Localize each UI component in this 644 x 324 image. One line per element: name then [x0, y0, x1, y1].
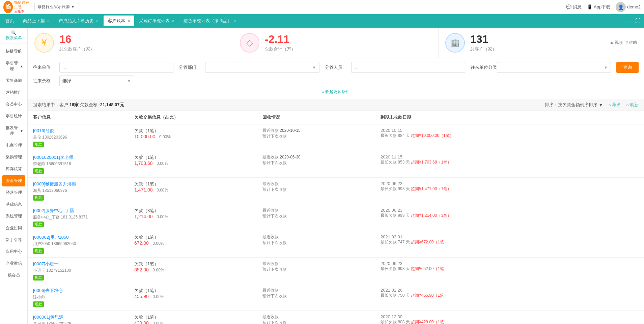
stat-icon-money: ¥ [34, 33, 54, 53]
customer-contact: 李老师 18600391516 [33, 161, 134, 167]
search-button[interactable]: 查询 [616, 62, 639, 73]
debt-pct: 0.00% [152, 321, 164, 324]
sidebar-item-guide[interactable]: 新手引导 [2, 234, 25, 245]
customer-name-link[interactable]: [0001020001]李老师 [33, 154, 134, 160]
sidebar-item-retail-stats[interactable]: 零售统计 [2, 111, 25, 122]
sidebar-item-member-center[interactable]: 会员中心 [2, 99, 25, 110]
sidebar-item-retail-mall[interactable]: 零售商城 [2, 75, 25, 86]
sidebar-item-marketing[interactable]: 营销推广 [2, 87, 25, 98]
customer-name-link[interactable]: [0002]服务中心_丁磊 [33, 208, 134, 214]
maximize-btn[interactable]: ⛶ [633, 17, 643, 25]
debt-pct: 0.00% [152, 294, 164, 299]
tab-stock-stats[interactable]: 进货单统计表（按商品） ✕ [179, 16, 241, 26]
tab-product-listing[interactable]: 商品上下架 ✕ [19, 16, 54, 26]
video-btn[interactable]: ▶ 视频 [611, 40, 623, 46]
sidebar-item-finance[interactable]: 资金管理 [2, 175, 25, 186]
sidebar-item-purchase[interactable]: 采购管理 [2, 152, 25, 163]
due-date: 2020.12.30 [381, 314, 639, 319]
tab-close-icon[interactable]: ✕ [47, 19, 50, 23]
filter-select-balance[interactable]: 选择... ▼ [59, 76, 134, 86]
tab-customer-ledger[interactable]: 客户账本 ✕ [104, 16, 134, 26]
sidebar-item-inventory[interactable]: 库存核算 [2, 164, 25, 175]
table-container: 客户信息 欠款交易信息（占比） 回收情况 到期未收款日期 [0016]吕俊 吕俊… [28, 111, 644, 324]
filter-input-unit[interactable]: ... [59, 62, 173, 73]
export-button[interactable]: ○ 导出 [608, 102, 621, 108]
overdue-link[interactable]: 超期¥652.00（1笔） [411, 266, 448, 271]
message-btn[interactable]: 💬 消息 [566, 4, 582, 10]
overdue-link[interactable]: 超期¥1,471.00（1笔） [411, 186, 451, 191]
tab-purchase-stats[interactable]: 采购订单统计表 ✕ [135, 16, 179, 26]
sidebar-item-wholesale-mgmt[interactable]: 批发管理 ▼ [2, 122, 25, 139]
sidebar-item-quick-nav[interactable]: 快捷导航 [2, 46, 25, 57]
sort-arrow-icon: ▼ [598, 102, 603, 108]
tab-close-icon[interactable]: ✕ [172, 19, 175, 23]
tab-home[interactable]: 首页 [1, 16, 18, 26]
overdue-link[interactable]: 超期¥455.90（1笔） [411, 293, 448, 298]
sidebar-item-wechat[interactable]: 企业微信 [2, 258, 25, 269]
sidebar-item-app-center[interactable]: 应用中心 [2, 246, 25, 257]
customer-info-cell: [000002]用户2050 用户2050 18665062050 现款 [33, 234, 134, 254]
overdue-link[interactable]: 超期¥672.00（1笔） [411, 240, 448, 244]
collection-cell: 最近收款 2020-06-30 预计下次收款 [262, 154, 381, 166]
col-header-debt: 欠款交易信息（占比） [134, 114, 262, 120]
app-download-btn[interactable]: 📱 App下载 [587, 4, 610, 10]
customer-name-link[interactable]: [000001]黄思源 [33, 314, 134, 320]
sidebar-item-business[interactable]: 经营管理 [2, 187, 25, 198]
overdue-link[interactable]: 超期¥10,000.00（1笔） [411, 133, 454, 138]
tab-close-icon[interactable]: ✕ [127, 19, 130, 23]
result-info: 搜索结果中，客户 16家 欠款金额 -21,148.07元 [33, 102, 124, 108]
collection-cell: 最近收款 预计下次收款 [262, 261, 381, 272]
customer-name-link[interactable]: [0007]小进干 [33, 261, 134, 267]
customer-name-link[interactable]: [0003]畅捷服务尹海燕 [33, 181, 134, 187]
sidebar-item-ecommerce[interactable]: 电商管理 [2, 140, 25, 151]
sort-button[interactable]: 排序：按欠款金额倒序排序 ▼ [545, 102, 603, 108]
collection-cell: 最近收款 预计下次收款 [262, 314, 381, 324]
sidebar-item-system[interactable]: 系统管理 [2, 211, 25, 222]
tab-product-history[interactable]: 产成品入库单历史 ✕ [55, 16, 103, 26]
overdue-link[interactable]: 超期¥1,703.68（1笔） [411, 160, 451, 165]
due-date-cell: 2021.02.26 最长欠款 750 天 超期¥455.90（1笔） [381, 288, 639, 298]
filter-input-person[interactable]: ... [351, 62, 465, 73]
minimize-btn[interactable]: — [622, 17, 632, 25]
debt-pct: 0.00% [152, 241, 164, 246]
payment-tag: 现款 [33, 301, 44, 307]
sidebar-item-enterprise[interactable]: 企业协同 [2, 223, 25, 234]
next-payment: 预计下次收款 [262, 187, 381, 193]
overdue-link[interactable]: 超期¥1,214.00（3笔） [411, 213, 451, 218]
sidebar-item-retail-mgmt[interactable]: 零售管理 ▲ [2, 58, 25, 75]
customer-name-link[interactable]: [0016]吕俊 [33, 128, 134, 134]
overdue-link[interactable]: 超期¥429.00（1笔） [411, 320, 448, 324]
debt-count: 欠款（1笔） [134, 154, 262, 160]
sidebar-item-member[interactable]: 畅会员 [2, 270, 25, 281]
filter-item-unit: 往来单位 ... [33, 62, 173, 73]
payment-tag: 现款 [33, 168, 44, 174]
table-row: [0002]服务中心_丁磊 服务中心_丁磊 181 0125 8371 现款 欠… [28, 204, 644, 231]
customer-contact: 陈小帅 [33, 294, 134, 300]
filter-item-person: 分管人员 ... [325, 62, 465, 73]
filter-area: 往来单位 ... 分管部门 ▼ 分管人员 [28, 58, 644, 99]
collection-cell: 最近收款 预计下次收款 [262, 181, 381, 193]
refresh-button[interactable]: ○ 刷新 [626, 102, 639, 108]
sidebar-item-basic-info[interactable]: 基础信息 [2, 199, 25, 210]
customer-contact: 用户2050 18665062050 [33, 241, 134, 247]
user-menu[interactable]: 👤 demo2 [616, 2, 641, 12]
tab-close-icon[interactable]: ✕ [96, 19, 99, 23]
sidebar-search[interactable]: 🔍 搜索菜单 [0, 28, 27, 44]
stat-label-debt-customers: 总欠款客户（家） [59, 46, 94, 52]
col-header-collection: 回收情况 [262, 114, 381, 120]
collapse-btn[interactable]: « 收起更多条件 [322, 89, 350, 95]
stat-card-debt-total: ◇ -2.11 欠款合计（万） [233, 28, 439, 58]
due-date: 2021.03.01 [381, 234, 639, 239]
help-btn[interactable]: ? 帮助 [625, 40, 637, 46]
debt-amount: 429.00 [134, 320, 149, 324]
debt-count: 欠款（3笔） [134, 208, 262, 214]
debt-pct: 0.00% [152, 268, 164, 272]
stat-info: 16 总欠款客户（家） [59, 33, 94, 52]
debt-info-cell: 欠款（3笔） 1,214.00 0.00% [134, 208, 262, 219]
store-selector[interactable]: 母婴行业演示账套 ▼ [34, 3, 79, 11]
filter-select-dept[interactable]: ▼ [205, 62, 319, 73]
customer-name-link[interactable]: [000002]用户2050 [33, 234, 134, 240]
filter-select-category[interactable]: ▼ [497, 62, 611, 73]
customer-name-link[interactable]: [0006]去下粮仓 [33, 288, 134, 294]
tab-close-icon[interactable]: ✕ [234, 19, 237, 23]
